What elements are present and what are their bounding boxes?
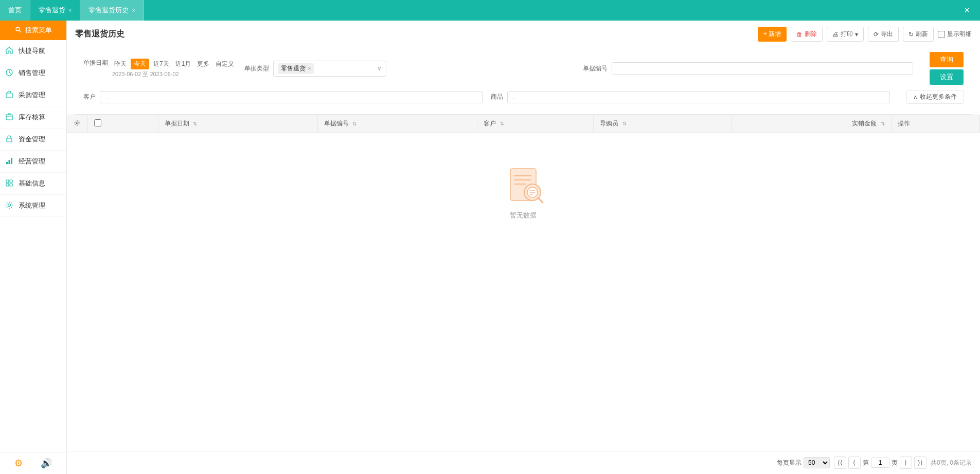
doc-type-select-arrow: ∨ [377, 65, 382, 72]
window-close-button[interactable]: × [960, 3, 974, 18]
th-guide-label: 导购员 [600, 120, 618, 127]
data-table: 单据日期 ⇅ 单据编号 ⇅ 客户 ⇅ 导购员 ⇅ [67, 115, 980, 241]
main-layout: 搜索菜单 快捷导航 销售管理 采购管理 库存核算 [0, 21, 980, 474]
next-page-button[interactable]: ⟩ [900, 457, 912, 469]
sidebar-item-system[interactable]: 系统管理 [0, 195, 66, 217]
th-amount[interactable]: 实销金额 ⇅ [732, 115, 891, 133]
filter-actions: 查询 设置 [930, 52, 964, 85]
tab-home[interactable]: 首页 [0, 0, 30, 21]
page-title-row: 零售退货历史 + 新增 🗑 删除 🖨 打印 ▾ ⟳ 导出 [75, 27, 972, 42]
table-settings-icon[interactable] [74, 121, 81, 128]
th-guide[interactable]: 导购员 ⇅ [594, 115, 732, 133]
sound-icon[interactable]: 🔊 [41, 458, 52, 469]
doc-type-select[interactable]: 零售退货 × ∨ [273, 61, 386, 77]
sort-icon-amount: ⇅ [881, 121, 885, 126]
svg-point-0 [16, 27, 20, 31]
show-detail-checkbox[interactable] [938, 31, 945, 38]
prev-page-button[interactable]: ⟨ [848, 457, 861, 469]
tab-home-label: 首页 [8, 6, 22, 15]
th-operation-label: 操作 [898, 120, 910, 127]
svg-rect-7 [9, 160, 10, 164]
show-detail-toggle[interactable]: 显示明细 [938, 30, 972, 39]
svg-rect-5 [7, 138, 12, 142]
filter-row-2: 客户 商品 ∧ 收起更多条件 [83, 90, 964, 104]
tab-retail-return-history-close[interactable]: × [132, 7, 135, 13]
tab-retail-return-history[interactable]: 零售退货历史 × [80, 0, 144, 21]
page-size-label: 每页显示 [777, 459, 801, 467]
export-icon: ⟳ [874, 31, 879, 38]
date-option-7days[interactable]: 近7天 [151, 59, 171, 69]
page-size-select[interactable]: 20 50 100 [804, 457, 830, 468]
print-button[interactable]: 🖨 打印 ▾ [827, 27, 864, 42]
goods-filter-group: 商品 [491, 91, 890, 103]
doc-no-input[interactable] [612, 62, 913, 75]
customer-input[interactable] [100, 91, 483, 103]
date-option-more[interactable]: 更多 [195, 59, 211, 69]
print-arrow-icon: ▾ [855, 31, 858, 38]
date-options: 昨天 今天 近7天 近1月 更多 自定义 [112, 59, 236, 69]
th-doc-no[interactable]: 单据编号 ⇅ [317, 115, 477, 133]
date-option-yesterday[interactable]: 昨天 [112, 59, 129, 69]
customer-filter-group: 客户 [83, 91, 483, 103]
goods-input[interactable] [507, 91, 890, 103]
system-settings-icon [5, 201, 14, 210]
sidebar-item-purchase-label: 采购管理 [19, 90, 45, 100]
th-customer-label: 客户 [484, 120, 496, 127]
tab-list: 首页 零售退货 × 零售退货历史 × [0, 0, 960, 21]
doc-type-tag-close[interactable]: × [308, 66, 311, 71]
sidebar-item-finance[interactable]: 资金管理 [0, 129, 66, 151]
svg-line-21 [538, 198, 543, 203]
query-button[interactable]: 查询 [930, 52, 964, 67]
first-page-button[interactable]: ⟨⟨ [834, 457, 846, 469]
svg-rect-4 [6, 115, 12, 120]
sidebar-item-quick-nav[interactable]: 快捷导航 [0, 40, 66, 62]
grid-icon [5, 179, 14, 188]
new-button[interactable]: + 新增 [758, 27, 787, 42]
tab-retail-return[interactable]: 零售退货 × [30, 0, 80, 21]
refresh-button[interactable]: ↻ 刷新 [903, 27, 934, 42]
sidebar-item-sales[interactable]: 销售管理 [0, 62, 66, 84]
th-doc-no-label: 单据编号 [324, 120, 349, 127]
filter-row-1: 单据日期 昨天 今天 近7天 近1月 更多 自定义 2023-06-02 至 2… [83, 52, 964, 85]
page-size-selector: 每页显示 20 50 100 [777, 457, 830, 468]
last-page-button[interactable]: ⟩⟩ [914, 457, 926, 469]
gear-icon[interactable]: ⚙ [14, 458, 23, 469]
date-option-1month[interactable]: 近1月 [173, 59, 193, 69]
top-bar: 首页 零售退货 × 零售退货历史 × × [0, 0, 980, 21]
sidebar: 搜索菜单 快捷导航 销售管理 采购管理 库存核算 [0, 21, 67, 474]
th-customer[interactable]: 客户 ⇅ [477, 115, 594, 133]
select-all-checkbox[interactable] [94, 119, 101, 126]
th-settings[interactable] [67, 115, 87, 133]
sidebar-item-inventory[interactable]: 库存核算 [0, 106, 66, 129]
sidebar-search[interactable]: 搜索菜单 [0, 21, 66, 40]
svg-rect-9 [6, 180, 9, 183]
th-amount-label: 实销金额 [852, 120, 877, 127]
sidebar-item-finance-label: 资金管理 [19, 135, 45, 144]
doc-no-label: 单据编号 [583, 64, 608, 73]
page-nav: ⟨⟨ ⟨ 第 页 ⟩ ⟩⟩ [834, 457, 926, 469]
empty-state-cell: 暂无数据 [67, 133, 980, 241]
sidebar-item-basic-info[interactable]: 基础信息 [0, 173, 66, 195]
settings-button[interactable]: 设置 [930, 69, 964, 85]
svg-rect-3 [6, 93, 12, 98]
delete-icon: 🗑 [796, 31, 803, 38]
collapse-filter-button[interactable]: ∧ 收起更多条件 [906, 90, 964, 104]
sidebar-bottom: ⚙ 🔊 [0, 452, 66, 474]
th-checkbox[interactable] [87, 115, 158, 133]
sort-icon-doc-date: ⇅ [193, 121, 197, 126]
export-button[interactable]: ⟳ 导出 [868, 27, 899, 42]
doc-type-filter-group: 单据类型 零售退货 × ∨ [244, 61, 575, 77]
th-doc-date[interactable]: 单据日期 ⇅ [158, 115, 317, 133]
sidebar-item-purchase[interactable]: 采购管理 [0, 84, 66, 106]
sidebar-item-operations[interactable]: 经营管理 [0, 151, 66, 173]
date-option-custom[interactable]: 自定义 [213, 59, 236, 69]
filter-area: 单据日期 昨天 今天 近7天 近1月 更多 自定义 2023-06-02 至 2… [75, 47, 972, 115]
delete-button[interactable]: 🗑 删除 [791, 27, 823, 42]
date-range-display: 2023-06-02 至 2023-06-02 [112, 70, 236, 78]
date-option-today[interactable]: 今天 [131, 59, 149, 69]
tab-retail-return-close[interactable]: × [68, 7, 72, 13]
page-number-input[interactable] [871, 458, 889, 468]
sort-icon-doc-no: ⇅ [352, 121, 357, 126]
doc-type-label: 单据类型 [244, 64, 269, 73]
print-icon: 🖨 [832, 31, 839, 38]
